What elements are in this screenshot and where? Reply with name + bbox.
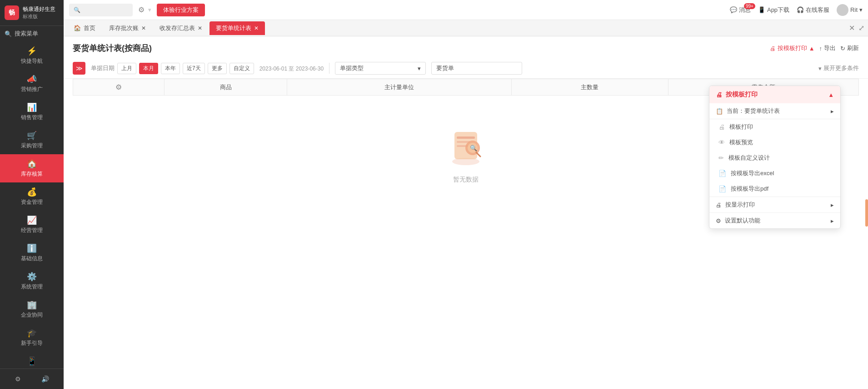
tab-close-order-stats[interactable]: ✕	[254, 25, 259, 31]
search-icon: 🔍	[5, 30, 12, 37]
sidebar-bottom: ⚙ 🔊	[0, 369, 64, 389]
sidebar-item-purchase[interactable]: 🛒 采购管理	[0, 126, 64, 154]
order-type-label: 要货单	[436, 64, 454, 72]
sidebar-item-inventory[interactable]: 🏠 库存核算	[0, 154, 64, 182]
sidebar-item-operations[interactable]: 📈 经营管理	[0, 211, 64, 239]
search-label: 搜索菜单	[15, 30, 38, 38]
sidebar-item-label: 采购管理	[21, 142, 43, 150]
sidebar-item-appstore[interactable]: 📱 应用中心	[0, 352, 64, 369]
topbar-gear-icon[interactable]: ⚙	[138, 5, 145, 14]
export-icon: ↑	[819, 45, 823, 52]
user-avatar-btn[interactable]: Rit ▾	[837, 4, 863, 16]
sidebar-item-marketing[interactable]: 📣 营销推广	[0, 70, 64, 98]
sidebar-search[interactable]: 🔍 搜索菜单	[0, 26, 64, 41]
display-print-icon: 🖨	[716, 202, 722, 208]
sidebar-item-basics[interactable]: ℹ️ 基础信息	[0, 239, 64, 267]
dropdown-item-template-preview[interactable]: 👁 模板预览	[709, 135, 840, 150]
system-icon: ⚙️	[27, 272, 37, 282]
order-type-display[interactable]: 要货单	[431, 62, 522, 75]
marketing-icon: 📣	[27, 74, 37, 84]
date-range-display: 2023-06-01 至 2023-06-30	[259, 64, 324, 73]
messages-btn[interactable]: 💬 消息 99+	[730, 6, 751, 14]
sidebar-item-label: 新手引导	[21, 339, 43, 347]
svg-text:🔍: 🔍	[470, 144, 478, 152]
trial-button[interactable]: 体验行业方案	[157, 4, 205, 16]
sidebar-item-label: 库存核算	[21, 170, 43, 178]
chevron-right-icon: ▸	[831, 108, 834, 115]
scrollbar-indicator[interactable]	[865, 199, 868, 227]
window-maximize-btn[interactable]: ⤢	[858, 24, 864, 32]
sidebar-volume-btn[interactable]: 🔊	[40, 374, 51, 384]
list-icon: 📋	[716, 108, 723, 115]
logo-text: 畅康通好生意 标准版	[23, 5, 55, 20]
tab-inventory-batch[interactable]: 库存批次账 ✕	[103, 21, 152, 35]
sidebar-item-label: 基础信息	[21, 255, 43, 263]
app-logo: 畅 畅康通好生意 标准版	[0, 0, 64, 26]
export-btn[interactable]: ↑ 导出	[819, 44, 836, 52]
app-download-btn[interactable]: 📱 App下载	[758, 6, 789, 14]
sidebar-settings-btn[interactable]: ⚙	[13, 374, 23, 384]
window-close-btn[interactable]: ✕	[849, 24, 855, 32]
bill-type-select[interactable]: 单据类型 ▾	[335, 62, 426, 75]
refresh-btn[interactable]: ↻ 刷新	[840, 44, 859, 52]
dropdown-current-section: 📋 当前：要货单统计表 ▸	[709, 103, 840, 119]
date-btn-this-year[interactable]: 本年	[161, 63, 180, 74]
filter-bar: ≫ 单据日期 上月 本月 本年 近7天 更多 自定义 2023-06-01 至 …	[64, 58, 868, 79]
empty-text: 暂无数据	[453, 176, 479, 184]
filter-toggle-btn[interactable]: ≫	[73, 62, 85, 75]
default-icon: ⚙	[716, 217, 721, 224]
dropdown-display-header[interactable]: 🖨 按显示打印 ▸	[709, 197, 840, 212]
date-btn-this-month[interactable]: 本月	[139, 63, 158, 74]
page-title: 要货单统计表(按商品)	[73, 43, 152, 54]
download-icon: 📱	[758, 6, 765, 13]
col-quantity: 主数量	[512, 79, 668, 96]
tab-close-receipt-summary[interactable]: ✕	[198, 25, 202, 31]
topbar-search[interactable]: 🔍	[69, 4, 133, 16]
topbar-chevron[interactable]: ▾	[148, 6, 151, 13]
service-icon: 🎧	[797, 6, 804, 13]
message-icon: 💬	[730, 6, 737, 13]
refresh-icon: ↻	[840, 45, 845, 52]
dropdown-item-template-design[interactable]: ✏ 模板自定义设计	[709, 150, 840, 166]
tab-receipt-summary[interactable]: 收发存汇总表 ✕	[153, 21, 209, 35]
sidebar-item-enterprise[interactable]: 🏢 企业协同	[0, 295, 64, 323]
dropdown-item-export-pdf[interactable]: 📄 按模板导出pdf	[709, 181, 840, 197]
sidebar-item-label: 系统管理	[21, 283, 43, 291]
topbar: 🔍 ⚙ ▾ 体验行业方案 💬 消息 99+ 📱 App下载 🎧 在线客服 Rit	[64, 0, 868, 20]
template-print-icon: 🖨	[718, 123, 725, 131]
dropdown-collapse-btn[interactable]: ▲	[828, 91, 834, 98]
dropdown-default-header[interactable]: ⚙ 设置默认功能 ▸	[709, 213, 840, 228]
window-controls: ✕ ⤢	[849, 24, 864, 32]
sidebar-item-finance[interactable]: 💰 资金管理	[0, 182, 64, 211]
dropdown-item-template-print[interactable]: 🖨 模板打印	[709, 119, 840, 135]
dropdown-current-header[interactable]: 📋 当前：要货单统计表 ▸	[709, 103, 840, 119]
printer-icon-dropdown: 🖨	[716, 91, 722, 98]
sidebar-item-newbie[interactable]: 🎓 新手引导	[0, 323, 64, 352]
date-btn-7days[interactable]: 近7天	[183, 63, 205, 74]
operations-icon: 📈	[27, 215, 37, 225]
export-pdf-icon: 📄	[718, 185, 726, 192]
topbar-search-icon: 🔍	[74, 7, 80, 13]
sidebar-item-system[interactable]: ⚙️ 系统管理	[0, 267, 64, 295]
col-settings[interactable]: ⚙	[73, 79, 165, 96]
tab-order-stats[interactable]: 要货单统计表 ✕	[210, 21, 265, 35]
sidebar-item-quick-nav[interactable]: ⚡ 快捷导航	[0, 41, 64, 70]
filter-expand-icon: ≫	[76, 65, 83, 72]
inventory-icon: 🏠	[27, 159, 37, 169]
sidebar-item-label: 企业协同	[21, 311, 43, 319]
dropdown-header[interactable]: 🖨 按模板打印 ▲	[709, 86, 840, 103]
date-btn-more[interactable]: 更多	[208, 63, 227, 74]
template-print-btn[interactable]: 🖨 按模板打印 ▲	[770, 44, 815, 52]
column-settings-icon[interactable]: ⚙	[115, 83, 122, 91]
date-btn-custom[interactable]: 自定义	[229, 63, 254, 74]
tab-close-inventory-batch[interactable]: ✕	[141, 25, 146, 31]
tab-home[interactable]: 🏠 首页	[67, 21, 102, 35]
dropdown-header-left: 🖨 按模板打印	[716, 91, 758, 99]
dropdown-item-export-excel[interactable]: 📄 按模板导出excel	[709, 166, 840, 181]
sidebar-item-sales[interactable]: 📊 销售管理	[0, 98, 64, 126]
dropdown-items-section: 🖨 模板打印 👁 模板预览 ✏ 模板自定义设计 📄 按模板导出excel 📄	[709, 119, 840, 197]
sidebar-item-label: 快捷导航	[21, 57, 43, 65]
online-service-btn[interactable]: 🎧 在线客服	[797, 6, 829, 14]
expand-more-btn[interactable]: ▾ 展开更多条件	[818, 64, 859, 72]
date-btn-last-month[interactable]: 上月	[117, 63, 136, 74]
